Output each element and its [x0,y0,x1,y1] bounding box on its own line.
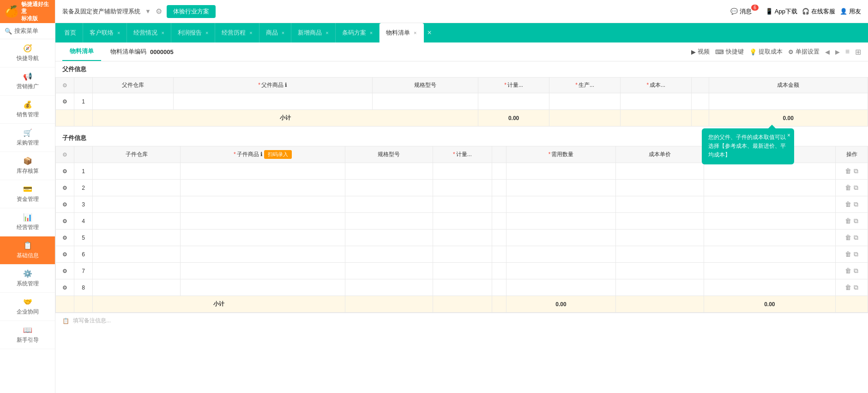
app-download-action[interactable]: 📱 App下载 [766,7,797,16]
tab-profit[interactable]: 利润报告 × [171,23,215,42]
sub-tab-bom-list[interactable]: 物料清单 [62,42,101,61]
child-row-6-settings[interactable]: ⚙ [56,246,74,263]
tab-history-close[interactable]: × [249,30,252,36]
parent-row-production[interactable] [549,93,621,110]
experience-btn[interactable]: 体验行业方案 [167,5,216,18]
child-row-4-spec[interactable] [345,213,433,230]
child-row-8-delete[interactable]: 🗑 [845,284,851,291]
child-row-6-unit[interactable] [433,246,492,263]
child-row-3-unit[interactable] [433,196,492,213]
child-row-8-warehouse[interactable] [93,279,181,296]
child-row-3-unit-cost[interactable] [616,196,704,213]
tab-bom[interactable]: 物料清单 × [380,23,423,42]
view-action[interactable]: ▶ 视频 [691,48,710,56]
child-row-1-qty[interactable] [506,163,616,180]
child-row-2-spec[interactable] [345,180,433,196]
child-row-6-delete[interactable]: 🗑 [845,250,851,258]
child-row-2-unit[interactable] [433,180,492,196]
child-row-2-settings[interactable]: ⚙ [56,180,74,196]
parent-row-cost[interactable] [621,93,692,110]
parent-row-goods[interactable] [174,93,372,110]
card-view-btn[interactable]: ⊞ [855,48,861,56]
child-row-8-goods[interactable] [181,279,345,296]
child-row-6-goods[interactable] [181,246,345,263]
child-row-7-settings[interactable]: ⚙ [56,263,74,279]
child-row-5-unit-cost[interactable] [616,230,704,246]
tab-operations[interactable]: 经营情况 × [127,23,171,42]
child-row-1-goods[interactable] [181,163,345,180]
parent-row-settings[interactable]: ⚙ [56,93,74,110]
child-row-4-unit[interactable] [433,213,492,230]
scan-button[interactable]: 扫码录入 [264,150,292,159]
sidebar-item-quick-nav[interactable]: 🧭 快捷导航 [0,39,55,67]
child-row-8-unit[interactable] [433,279,492,296]
online-support-action[interactable]: 🎧 在线客服 [802,7,835,16]
sidebar-item-guide[interactable]: 📖 新手引导 [0,321,55,349]
child-row-8-unit-cost[interactable] [616,279,704,296]
child-row-1-unit[interactable] [433,163,492,180]
child-row-4-copy[interactable]: ⧉ [854,217,858,225]
child-row-3-copy[interactable]: ⧉ [854,200,858,208]
child-row-1-copy[interactable]: ⧉ [854,167,858,175]
child-row-6-unit-cost[interactable] [616,246,704,263]
child-row-6-warehouse[interactable] [93,246,181,263]
tab-goods[interactable]: 商品 × [259,23,291,42]
tab-new-goods[interactable]: 新增商品 × [291,23,335,42]
child-row-7-delete[interactable]: 🗑 [845,267,851,275]
receipt-settings-action[interactable]: ⚙ 单据设置 [788,48,820,56]
sidebar-item-enterprise[interactable]: 🤝 企业协同 [0,293,55,321]
child-row-5-settings[interactable]: ⚙ [56,230,74,246]
tab-goods-close[interactable]: × [282,30,284,36]
sidebar-item-operations[interactable]: 📊 经营管理 [0,208,55,236]
child-row-4-unit-cost[interactable] [616,213,704,230]
sidebar-item-marketing[interactable]: 📢 营销推广 [0,67,55,96]
child-row-5-qty[interactable] [506,230,616,246]
child-row-4-settings[interactable]: ⚙ [56,213,74,230]
child-row-3-goods[interactable] [181,196,345,213]
child-row-6-copy[interactable]: ⧉ [854,250,858,258]
child-row-7-warehouse[interactable] [93,263,181,279]
child-row-1-warehouse[interactable] [93,163,181,180]
shortcut-action[interactable]: ⌨ 快捷键 [715,48,744,56]
child-row-2-copy[interactable]: ⧉ [854,184,858,192]
message-action[interactable]: 💬 消息 6 [730,7,761,16]
parent-row-warehouse[interactable] [93,93,174,110]
child-row-7-goods[interactable] [181,263,345,279]
list-view-btn[interactable]: ≡ [845,48,850,56]
child-row-1-unit-cost[interactable] [616,163,704,180]
child-row-7-spec[interactable] [345,263,433,279]
child-row-5-spec[interactable] [345,230,433,246]
child-row-7-qty[interactable] [506,263,616,279]
sidebar-item-system[interactable]: ⚙️ 系统管理 [0,265,55,293]
child-row-2-goods[interactable] [181,180,345,196]
tab-home[interactable]: 首页 [58,23,83,42]
system-dropdown-icon[interactable]: ▼ [145,8,151,15]
gear-icon[interactable]: ⚙ [62,82,67,89]
tab-bom-close[interactable]: × [414,30,416,36]
tab-customer[interactable]: 客户联络 × [83,23,127,42]
child-row-1-settings[interactable]: ⚙ [56,163,74,180]
child-row-1-delete[interactable]: 🗑 [845,167,851,175]
child-row-8-qty[interactable] [506,279,616,296]
notes-placeholder[interactable]: 填写备注信息... [73,317,111,325]
child-row-4-warehouse[interactable] [93,213,181,230]
child-row-7-copy[interactable]: ⧉ [854,267,858,275]
tab-customer-close[interactable]: × [117,30,120,36]
child-gear-icon[interactable]: ⚙ [62,151,67,158]
nav-prev-btn[interactable]: ◀ [825,48,830,55]
child-row-4-qty[interactable] [506,213,616,230]
child-row-6-spec[interactable] [345,246,433,263]
tab-barcode[interactable]: 条码方案 × [336,23,380,42]
child-row-2-delete[interactable]: 🗑 [845,184,851,192]
child-row-4-delete[interactable]: 🗑 [845,217,851,225]
child-row-2-unit-cost[interactable] [616,180,704,196]
child-row-5-copy[interactable]: ⧉ [854,234,858,242]
sidebar-item-inventory[interactable]: 📦 库存核算 [0,152,55,180]
parent-row-spec[interactable] [372,93,478,110]
tab-history[interactable]: 经营历程 × [215,23,259,42]
child-row-5-unit[interactable] [433,230,492,246]
sidebar-item-finance[interactable]: 💳 资金管理 [0,180,55,208]
child-row-2-warehouse[interactable] [93,180,181,196]
child-row-1-spec[interactable] [345,163,433,180]
tab-profit-close[interactable]: × [205,30,208,36]
